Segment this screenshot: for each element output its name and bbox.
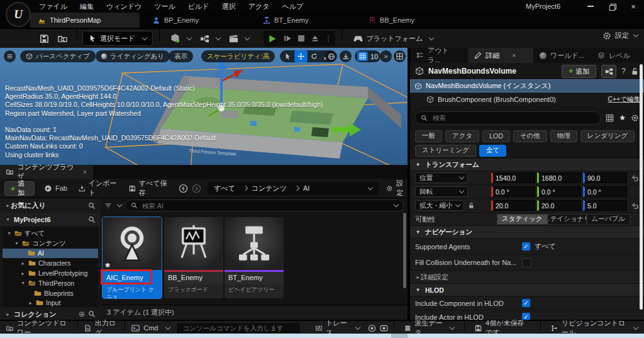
asset-grid[interactable]: ✱ AIC_Enemy ブループリント クラス BB_Enemy ブラックボード… bbox=[101, 213, 408, 305]
favorites-header[interactable]: ▸ お気に入り bbox=[0, 198, 101, 213]
close-button[interactable]: × bbox=[623, 0, 644, 13]
mobility-movable[interactable]: ムーバブル bbox=[587, 214, 630, 225]
tab-levels[interactable]: レベル bbox=[591, 48, 644, 63]
asset-tile-bt-enemy[interactable]: BT_Enemy ビヘイビアツリー bbox=[225, 217, 284, 298]
chip-lod[interactable]: LOD bbox=[482, 130, 510, 142]
tree-item-thirdperson[interactable]: ▾ ThirdPerson bbox=[3, 278, 98, 288]
snapshot-icon[interactable] bbox=[380, 324, 388, 332]
row-advanced[interactable]: ▸ 詳細設定 bbox=[410, 270, 644, 283]
maximize-viewport-button[interactable] bbox=[394, 50, 406, 62]
details-scrollbar[interactable] bbox=[640, 64, 643, 310]
lock-icon[interactable] bbox=[631, 67, 639, 76]
help-icon[interactable]: ? bbox=[621, 67, 626, 76]
console-command-box[interactable] bbox=[176, 322, 301, 334]
location-z-field[interactable]: 90.0 bbox=[583, 172, 627, 183]
breadcrumb-all[interactable]: すべて bbox=[214, 184, 235, 193]
console-command-input[interactable] bbox=[182, 324, 295, 332]
rotation-x-field[interactable]: 0.0 ° bbox=[491, 186, 535, 197]
breadcrumb[interactable]: すべて コンテンツ AI bbox=[208, 182, 379, 195]
location-x-field[interactable]: 1540.0 bbox=[491, 172, 535, 183]
play-options-kebab[interactable]: ⋮ bbox=[323, 31, 334, 46]
asset-search-box[interactable] bbox=[125, 200, 404, 211]
menu-file[interactable]: ファイル bbox=[33, 0, 74, 13]
component-row-brush[interactable]: BrushComponent (BrushComponent0) C++で編集 bbox=[410, 93, 644, 106]
unsaved-changes-button[interactable]: 4個が未保存です bbox=[469, 321, 536, 335]
play-button[interactable] bbox=[265, 31, 279, 46]
favorites-star-icon[interactable]: ★ bbox=[619, 113, 626, 122]
tab-bp-enemy[interactable]: BP_Enemy bbox=[145, 13, 250, 28]
location-y-field[interactable]: 1680.0 bbox=[537, 172, 581, 183]
view-mode-dropdown[interactable]: ライティングあり bbox=[96, 50, 170, 62]
scale-y-field[interactable]: 20.0 bbox=[537, 200, 581, 211]
insights-icon[interactable] bbox=[368, 324, 376, 332]
unreal-logo[interactable]: U bbox=[6, 2, 31, 27]
add-collection-icon[interactable]: ⊕ bbox=[79, 310, 85, 318]
show-dropdown[interactable]: 表示 bbox=[169, 50, 193, 62]
include-component-checkbox[interactable]: ✓ bbox=[522, 299, 530, 307]
mobility-stationary[interactable]: ステイショナリ bbox=[548, 214, 587, 225]
tab-world-settings[interactable]: ワールド... bbox=[533, 48, 591, 63]
section-transform[interactable]: ▾トランスフォーム bbox=[410, 158, 644, 171]
menu-tools[interactable]: ツール bbox=[148, 0, 182, 13]
stop-button[interactable] bbox=[296, 31, 307, 46]
chip-all[interactable]: 全て bbox=[479, 145, 506, 157]
tree-item-characters[interactable]: ▸ Characters bbox=[3, 258, 98, 268]
menu-edit[interactable]: 編集 bbox=[74, 0, 100, 13]
derived-data-dropdown[interactable]: 派生データ bbox=[398, 321, 460, 335]
asset-tile-aic-enemy[interactable]: ✱ AIC_Enemy ブループリント クラス bbox=[103, 217, 162, 298]
reset-scale-icon[interactable] bbox=[631, 202, 639, 210]
breadcrumb-content[interactable]: コンテンツ bbox=[252, 184, 287, 193]
platforms-dropdown[interactable]: プラットフォーム bbox=[348, 31, 438, 46]
scale-dropdown[interactable]: 拡大・縮小 bbox=[415, 200, 464, 211]
asset-search-input[interactable] bbox=[141, 201, 387, 210]
cinematics-dropdown[interactable] bbox=[225, 31, 253, 46]
filter-dropdown[interactable] bbox=[104, 202, 121, 210]
import-button[interactable]: インポート bbox=[74, 181, 122, 196]
tree-item-levelprototyping[interactable]: ▸ LevelPrototyping bbox=[3, 268, 98, 278]
scale-lock-icon[interactable] bbox=[468, 202, 475, 209]
select-mode-dropdown[interactable]: 選択モード bbox=[82, 31, 153, 46]
content-drawer-button[interactable]: コンテンツドロワー bbox=[0, 321, 77, 335]
chip-misc[interactable]: その他 bbox=[513, 130, 547, 142]
collections-search-icon[interactable] bbox=[88, 310, 96, 318]
toolbar-overflow-button[interactable]: » bbox=[380, 50, 392, 62]
editor-settings-dropdown[interactable]: 設定 bbox=[602, 31, 638, 40]
menu-actor[interactable]: アクタ bbox=[242, 0, 276, 13]
tab-thirdpersonmap[interactable]: ThirdPersonMap bbox=[30, 13, 140, 28]
viewport-options-menu[interactable] bbox=[4, 50, 16, 62]
add-actor-dropdown[interactable] bbox=[166, 31, 196, 46]
perspective-dropdown[interactable]: パースペクティブ bbox=[20, 50, 96, 62]
menu-build[interactable]: ビルド bbox=[182, 0, 216, 13]
details-search-input[interactable] bbox=[431, 113, 595, 122]
fab-button[interactable]: Fab bbox=[40, 181, 72, 196]
chip-physics[interactable]: 物理 bbox=[550, 130, 577, 142]
move-tool[interactable] bbox=[294, 50, 308, 62]
tab-details[interactable]: 詳細 × bbox=[468, 48, 533, 63]
blueprints-dropdown[interactable] bbox=[196, 31, 225, 46]
scale-z-field[interactable]: 5.0 bbox=[583, 200, 627, 211]
asset-grid-scrollbar[interactable] bbox=[403, 213, 406, 288]
minimize-button[interactable] bbox=[580, 0, 601, 13]
section-hlod[interactable]: ▾HLOD bbox=[410, 283, 644, 296]
revision-control-dropdown[interactable]: リビジョンコントロール bbox=[545, 321, 644, 335]
grid-snap-group[interactable]: 10 bbox=[355, 50, 380, 62]
maximize-button[interactable] bbox=[601, 0, 623, 13]
component-row-instance[interactable]: NavMeshBoundsVolume (インスタンス) bbox=[410, 79, 644, 93]
reset-location-icon[interactable] bbox=[631, 174, 639, 182]
tree-item-input[interactable]: ▸ Input bbox=[3, 298, 98, 308]
chip-streaming[interactable]: ストリーミング bbox=[415, 145, 476, 157]
menu-window[interactable]: ウィンドウ bbox=[100, 0, 148, 13]
rotation-z-field[interactable]: 0.0 ° bbox=[583, 186, 627, 197]
display-options-icon[interactable] bbox=[606, 114, 614, 122]
cb-settings-dropdown[interactable]: 設定 bbox=[386, 179, 408, 198]
fill-collision-checkbox[interactable] bbox=[522, 258, 531, 268]
tree-search-icon[interactable] bbox=[88, 216, 96, 223]
asset-tile-bb-enemy[interactable]: BB_Enemy ブラックボード bbox=[164, 217, 223, 298]
location-dropdown[interactable]: 位置 bbox=[415, 172, 468, 183]
tree-item-all[interactable]: ▾ すべて bbox=[3, 228, 98, 239]
menu-help[interactable]: ヘルプ bbox=[275, 0, 309, 13]
cb-add-button[interactable]: + 追加 bbox=[4, 181, 35, 196]
world-coordinate-toggle[interactable] bbox=[325, 50, 337, 62]
add-component-button[interactable]: + 追加 bbox=[562, 65, 596, 78]
cmd-dropdown[interactable]: Cmd bbox=[125, 321, 175, 335]
